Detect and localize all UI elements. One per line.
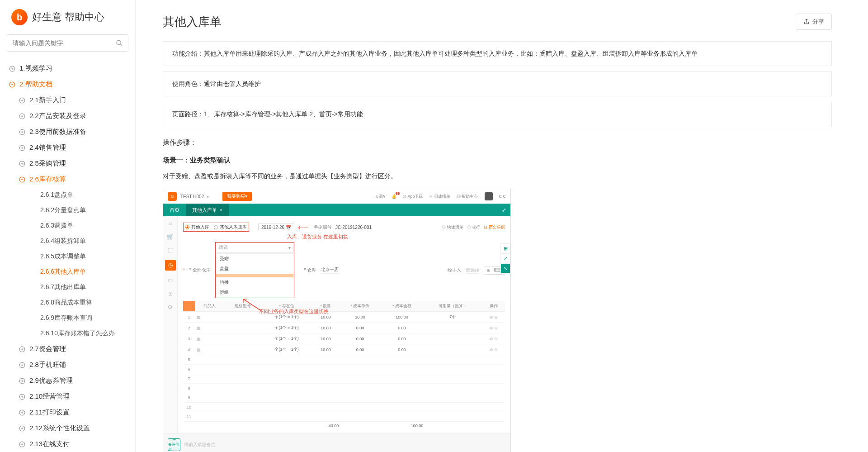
th: 商品人 <box>195 301 224 312</box>
link-icon: ⤢ <box>500 253 510 263</box>
share-button[interactable]: 分享 <box>796 14 832 30</box>
nav-2-6-6[interactable]: 2.6.6其他入库单 <box>37 264 128 280</box>
nav-video[interactable]: 1.视频学习 <box>7 61 128 76</box>
ss-docno: JC-20191226-001 <box>335 225 372 230</box>
ss-quickfill: ◇ 快速填单 <box>442 224 463 230</box>
info-text: 通常由仓管人员维护 <box>204 80 261 87</box>
brand-title: 好生意 帮助中心 <box>32 10 104 24</box>
info-path: 页面路径：1、库存核算->库存管理->其他入库单 2、首页->常用功能 <box>163 102 832 127</box>
brand-logo-icon: b <box>11 9 28 25</box>
nav-2-3[interactable]: 2.3使用前数据准备 <box>17 124 128 140</box>
search-wrap <box>7 34 128 52</box>
nav-label: 1.视频学习 <box>19 64 52 73</box>
nav-2-6-2[interactable]: 2.6.2分量盘点单 <box>37 203 128 218</box>
plus-icon <box>19 113 26 120</box>
ss-tab-active: 其他入库单 × <box>186 204 229 216</box>
ss-annotation2: 不同业务的入库类型在这里切换 <box>259 308 329 315</box>
ss-leftnav: ⌂ 🛒 ⬚ ◷ ▭ ⊞ ⚙ <box>163 216 178 433</box>
minus-icon <box>9 81 16 88</box>
info-label: 功能介绍： <box>172 50 204 57</box>
plus-icon <box>19 425 26 432</box>
plus-icon <box>19 97 26 104</box>
expand-icon: ⤡ <box>500 263 510 273</box>
nav-label: 2.12系统个性化设置 <box>29 424 90 433</box>
nav-2-4[interactable]: 2.4销售管理 <box>17 140 128 156</box>
ss-person-label: 经手人 <box>448 267 461 273</box>
nav-label: 2.帮助文档 <box>19 80 52 89</box>
th: * 成本金额 <box>381 301 423 312</box>
ss-option-selected <box>216 274 293 277</box>
nav-label: 2.3使用前数据准备 <box>29 128 86 136</box>
clock-icon: ◷ <box>165 260 176 271</box>
ss-username: C C <box>499 194 506 199</box>
nav-2-6-10[interactable]: 2.6.10库存账本错了怎么办 <box>37 326 128 341</box>
nav-2-11[interactable]: 2.11打印设置 <box>17 404 128 420</box>
info-role: 使用角色：通常由仓管人员维护 <box>163 71 832 96</box>
ss-gift-icon: ⎋ 满¥ <box>376 194 386 200</box>
th: * 成本单价 <box>339 301 381 312</box>
nav-2-12[interactable]: 2.12系统个性化设置 <box>17 420 128 436</box>
nav-label: 2.4销售管理 <box>29 143 66 152</box>
nav-2-9[interactable]: 2.9优惠券管理 <box>17 373 128 389</box>
minus-icon <box>19 176 26 183</box>
ss-radio1-label: 其他入库 <box>191 224 209 230</box>
ss-option: 受赠 <box>216 254 293 264</box>
page-title: 其他入库单 <box>163 14 222 30</box>
nav-help-docs[interactable]: 2.帮助文档 <box>7 76 128 92</box>
ss-table: 商品人 规格型号 * 存在位 * 数量 * 成本单价 * 成本金额 可用量（批算… <box>183 301 505 422</box>
nav-label: 2.11打印设置 <box>29 408 70 417</box>
ss-trial-btn: 我要购买▾ <box>222 192 252 201</box>
nav-2-10[interactable]: 2.10经营管理 <box>17 389 128 404</box>
chevron-down-icon: ▾ <box>207 194 209 199</box>
info-label: 页面路径： <box>172 110 204 118</box>
nav-2-6[interactable]: 2.6库存核算 <box>17 171 128 187</box>
ss-docno-label: 单据编号 <box>314 224 332 230</box>
ss-total-qty: 40.00 <box>313 423 354 428</box>
ss-history: ⊡ 历史单据 <box>484 224 505 230</box>
nav-2-1[interactable]: 2.1新手入门 <box>17 92 128 108</box>
ss-option: 均摊 <box>216 277 293 287</box>
ss-warehouse-label: * <box>183 268 185 273</box>
nav-2-6-3[interactable]: 2.6.3调拨单 <box>37 218 128 233</box>
search-input[interactable] <box>7 34 128 52</box>
ss-collapse: ◇ 收行 <box>467 224 481 230</box>
plus-icon <box>19 128 26 136</box>
nav-2-6-5[interactable]: 2.6.5成本调整单 <box>37 249 128 264</box>
chart-icon: ⊞ <box>166 290 175 298</box>
share-icon <box>803 19 810 25</box>
ss-remark: ☰备注信息 请输入单据备注 <box>163 433 510 452</box>
ss-download-icon: ◎ App下载 <box>403 194 423 200</box>
th: 操作 <box>482 301 505 312</box>
nav-2-6-9[interactable]: 2.6.9库存账本查询 <box>37 310 128 326</box>
plus-icon <box>19 441 26 448</box>
nav-2-13[interactable]: 2.13在线支付 <box>17 436 128 452</box>
ss-person-val: 请选择 <box>466 267 479 274</box>
brand: b 好生意 帮助中心 <box>11 9 128 25</box>
home-icon: ⌂ <box>166 219 175 227</box>
nav: 1.视频学习 2.帮助文档 2.1新手入门 2.2产品安装及登录 2.3使用前数… <box>7 61 128 452</box>
doc-icon: ▭ <box>166 276 175 284</box>
nav-2-5[interactable]: 2.5采购管理 <box>17 156 128 171</box>
nav-2-7[interactable]: 2.7资金管理 <box>17 341 128 357</box>
nav-2-8[interactable]: 2.8手机旺铺 <box>17 357 128 373</box>
nav-2-6-1[interactable]: 2.6.1盘点单 <box>37 187 128 203</box>
nav-2-6-8[interactable]: 2.6.8商品成本重算 <box>37 295 128 310</box>
ss-avatar-icon <box>485 192 493 200</box>
ss-logo-icon: ☺ <box>168 192 177 201</box>
steps-label: 操作步骤： <box>163 138 832 147</box>
search-icon[interactable] <box>116 39 123 47</box>
info-intro: 功能介绍：其他入库单用来处理除采购入库、产成品入库之外的其他入库业务，因此其他入… <box>163 41 832 66</box>
nav-2-2[interactable]: 2.2产品安装及登录 <box>17 108 128 124</box>
nav-2-6-7[interactable]: 2.6.7其他出库单 <box>37 280 128 295</box>
scene1-title: 场景一：业务类型确认 <box>163 156 832 165</box>
chevron-down-icon: ▾ <box>288 245 291 250</box>
plus-icon <box>19 346 26 353</box>
nav-2-6-4[interactable]: 2.6.4组装拆卸单 <box>37 233 128 249</box>
ss-account: TEST-H002 <box>180 194 204 199</box>
screenshot-image: ☺ TEST-H002 ▾ 我要购买▾ ⎋ 满¥ 🔔9 ◎ App下载 ⚐ 创成… <box>163 189 511 452</box>
nav-label: 2.8手机旺铺 <box>29 361 66 369</box>
nav-label: 2.9优惠券管理 <box>29 376 73 385</box>
ss-biztype-select: 请选▾ 受赠 盘盈 均摊 拆组 <box>215 242 294 298</box>
main-content: 其他入库单 分享 功能介绍：其他入库单用来处理除采购入库、产成品入库之外的其他入… <box>136 0 868 452</box>
scene1-text: 对于受赠、盘盈或是拆装入库等不同的业务，是通过单据头【业务类型】进行区分。 <box>163 170 832 182</box>
